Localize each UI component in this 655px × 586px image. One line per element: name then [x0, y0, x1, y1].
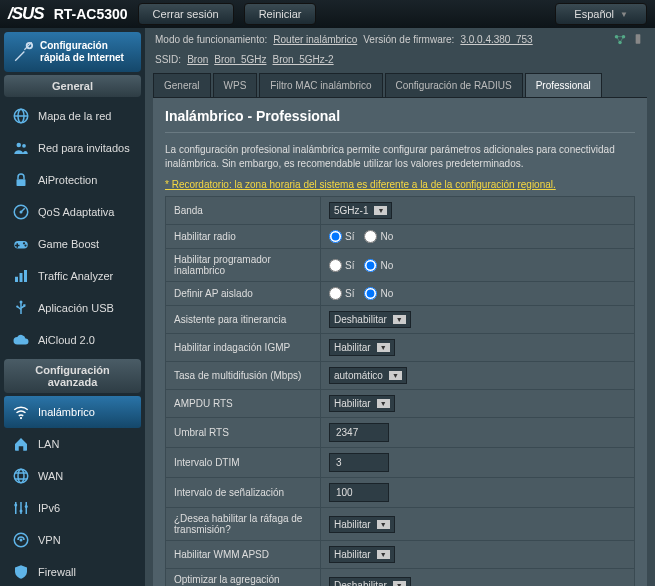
mode-label: Modo de funcionamiento: — [155, 34, 267, 45]
logout-button[interactable]: Cerrar sesión — [138, 3, 234, 25]
sidebar-header-advanced: Configuración avanzada — [4, 359, 141, 393]
tab-general[interactable]: General — [153, 73, 211, 97]
sidebar-item-red-para-invitados[interactable]: Red para invitados — [4, 132, 141, 164]
isolated-no[interactable] — [364, 287, 377, 300]
ssid-1-link[interactable]: Bron — [187, 54, 208, 65]
dtim-input[interactable] — [329, 453, 389, 472]
svg-point-9 — [20, 211, 23, 214]
txburst-select[interactable]: Habilitar — [329, 516, 395, 533]
wrench-icon — [12, 41, 34, 63]
usb-icon — [12, 299, 30, 317]
svg-point-20 — [16, 305, 18, 307]
sidebar-item-firewall[interactable]: Firewall — [4, 556, 141, 586]
chart-icon — [12, 267, 30, 285]
sidebar-item-label: IPv6 — [38, 502, 60, 514]
sidebar-item-aplicaci-n-usb[interactable]: Aplicación USB — [4, 292, 141, 324]
gamepad-icon — [12, 235, 30, 253]
svg-rect-17 — [24, 270, 27, 282]
multicast-select[interactable]: automático — [329, 367, 407, 384]
sidebar-item-label: VPN — [38, 534, 61, 546]
globe-icon — [12, 107, 30, 125]
svg-point-5 — [22, 144, 26, 148]
sidebar-item-vpn[interactable]: VPN — [4, 524, 141, 556]
ampdu-opt-select[interactable]: Deshabilitar — [329, 577, 411, 587]
sidebar-item-mapa-de-la-red[interactable]: Mapa de la red — [4, 100, 141, 132]
page-title: Inalámbrico - Professional — [165, 108, 635, 133]
isolated-ap-group: SíNo — [329, 287, 626, 300]
lock-icon — [12, 171, 30, 189]
timezone-reminder-link[interactable]: * Recordatorio: la zona horaria del sist… — [165, 179, 635, 190]
sidebar-header-general: General — [4, 75, 141, 97]
language-selector[interactable]: Español — [555, 3, 647, 25]
globe2-icon — [12, 467, 30, 485]
scheduler-no[interactable] — [364, 259, 377, 272]
sidebar-item-lan[interactable]: LAN — [4, 428, 141, 460]
enable-radio-yes[interactable] — [329, 230, 342, 243]
rts-threshold-input[interactable] — [329, 423, 389, 442]
sidebar-item-label: WAN — [38, 470, 63, 482]
tab-wps[interactable]: WPS — [213, 73, 258, 97]
tab-configuraci-n-de-radius[interactable]: Configuración de RADIUS — [385, 73, 523, 97]
scheduler-radio-group: SíNo — [329, 259, 626, 272]
firmware-link[interactable]: 3.0.0.4.380_753 — [460, 34, 532, 45]
sidebar-item-label: Firewall — [38, 566, 76, 578]
sliders-icon — [12, 499, 30, 517]
sidebar-item-game-boost[interactable]: Game Boost — [4, 228, 141, 260]
sidebar-item-aicloud-2-0[interactable]: AiCloud 2.0 — [4, 324, 141, 356]
reboot-button[interactable]: Reiniciar — [244, 3, 317, 25]
wifi-icon — [12, 403, 30, 421]
isolated-yes[interactable] — [329, 287, 342, 300]
enable-radio-group: SíNo — [329, 230, 626, 243]
svg-rect-21 — [23, 304, 25, 306]
enable-radio-no[interactable] — [364, 230, 377, 243]
sidebar-item-label: LAN — [38, 438, 59, 450]
ssid-label: SSID: — [155, 54, 181, 65]
sidebar-item-wan[interactable]: WAN — [4, 460, 141, 492]
sidebar-item-label: Game Boost — [38, 238, 99, 250]
mode-link[interactable]: Router inalámbrico — [273, 34, 357, 45]
sidebar-item-ipv6[interactable]: IPv6 — [4, 492, 141, 524]
svg-point-28 — [14, 504, 17, 507]
home-icon — [12, 435, 30, 453]
usb-status-icon[interactable] — [631, 32, 645, 46]
sidebar-item-label: Inalámbrico — [38, 406, 95, 418]
network-status-icon[interactable] — [613, 32, 627, 46]
svg-point-24 — [18, 469, 24, 483]
sidebar-item-label: QoS Adaptativa — [38, 206, 114, 218]
beacon-input[interactable] — [329, 483, 389, 502]
sidebar-item-label: Aplicación USB — [38, 302, 114, 314]
igmp-select[interactable]: Habilitar — [329, 339, 395, 356]
tab-filtro-mac-inal-mbrico[interactable]: Filtro MAC inalámbrico — [259, 73, 382, 97]
sidebar-item-inal-mbrico[interactable]: Inalámbrico — [4, 396, 141, 428]
model-label: RT-AC5300 — [54, 6, 128, 22]
svg-rect-15 — [15, 277, 18, 282]
sidebar-item-aiprotection[interactable]: AiProtection — [4, 164, 141, 196]
sidebar-item-traffic-analyzer[interactable]: Traffic Analyzer — [4, 260, 141, 292]
svg-rect-6 — [17, 179, 26, 186]
svg-point-11 — [23, 242, 25, 244]
svg-rect-36 — [636, 34, 641, 43]
sidebar-item-label: AiCloud 2.0 — [38, 334, 95, 346]
svg-point-32 — [20, 539, 23, 542]
sidebar-item-label: Mapa de la red — [38, 110, 111, 122]
sidebar: Configuraciónrápida de Internet General … — [0, 28, 145, 586]
ampdu-rts-select[interactable]: Habilitar — [329, 395, 395, 412]
svg-point-12 — [24, 244, 26, 246]
svg-point-30 — [25, 505, 28, 508]
tab-professional[interactable]: Professional — [525, 73, 602, 97]
svg-point-4 — [17, 143, 22, 148]
svg-rect-14 — [15, 245, 20, 247]
quick-internet-setup[interactable]: Configuraciónrápida de Internet — [4, 32, 141, 72]
sidebar-item-label: AiProtection — [38, 174, 97, 186]
wmm-apsd-select[interactable]: Habilitar — [329, 546, 395, 563]
vpn-icon — [12, 531, 30, 549]
scheduler-yes[interactable] — [329, 259, 342, 272]
roaming-select[interactable]: Deshabilitar — [329, 311, 411, 328]
cloud-icon — [12, 331, 30, 349]
ssid-2-link[interactable]: Bron_5GHz — [214, 54, 266, 65]
ssid-3-link[interactable]: Bron_5GHz-2 — [273, 54, 334, 65]
users-icon — [12, 139, 30, 157]
sidebar-item-qos-adaptativa[interactable]: QoS Adaptativa — [4, 196, 141, 228]
band-select[interactable]: 5GHz-1 — [329, 202, 392, 219]
sidebar-item-label: Red para invitados — [38, 142, 130, 154]
